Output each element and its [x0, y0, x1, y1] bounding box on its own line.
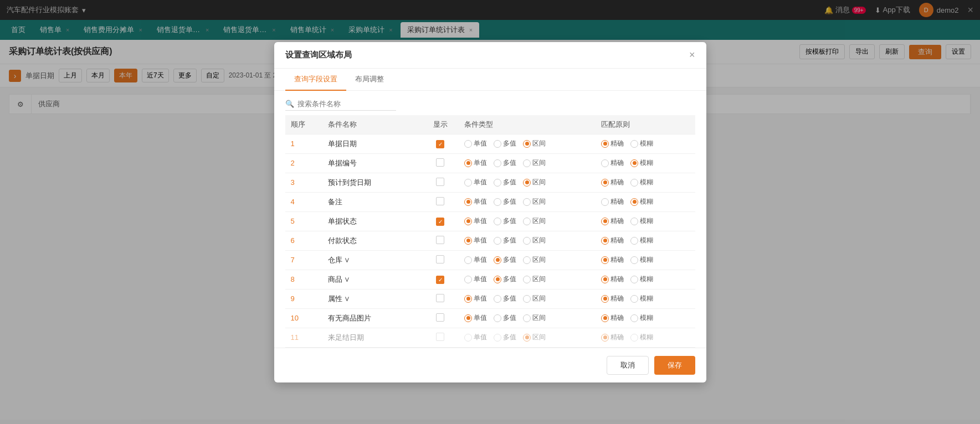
type-radio-单值[interactable]: 单值: [464, 255, 487, 265]
display-checkbox[interactable]: [436, 158, 444, 167]
radio-circle: [523, 237, 531, 245]
row-type: 单值 多值 区间: [459, 250, 596, 270]
type-radio-区间[interactable]: 区间: [523, 294, 546, 303]
row-display[interactable]: [422, 250, 459, 270]
dialog-tab-layout[interactable]: 布局调整: [346, 69, 393, 91]
type-radio-区间[interactable]: 区间: [523, 216, 546, 226]
match-radio-精确[interactable]: 精确: [601, 333, 624, 342]
type-radio-多值[interactable]: 多值: [494, 255, 516, 265]
type-radio-单值[interactable]: 单值: [464, 313, 487, 323]
row-display[interactable]: ✓: [422, 211, 459, 231]
row-display[interactable]: [422, 192, 459, 211]
match-radio-模糊[interactable]: 模糊: [630, 313, 653, 323]
display-checkbox[interactable]: [436, 294, 444, 302]
row-display[interactable]: [422, 328, 459, 347]
row-match: 精确 模糊: [596, 134, 695, 153]
display-checkbox[interactable]: ✓: [436, 218, 444, 226]
type-radio-多值[interactable]: 多值: [494, 216, 516, 226]
row-display[interactable]: [422, 153, 459, 173]
match-radio-精确[interactable]: 精确: [601, 178, 624, 187]
row-seq: 7: [285, 250, 322, 270]
display-checkbox[interactable]: [436, 178, 444, 186]
row-seq: 6: [285, 231, 322, 250]
type-radio-区间[interactable]: 区间: [523, 333, 546, 342]
type-radio-单值[interactable]: 单值: [464, 294, 487, 303]
search-input[interactable]: [297, 100, 396, 108]
match-radio-模糊[interactable]: 模糊: [630, 255, 653, 265]
type-radio-多值[interactable]: 多值: [494, 236, 516, 245]
match-radio-精确[interactable]: 精确: [601, 294, 624, 303]
display-checkbox[interactable]: ✓: [436, 276, 444, 284]
match-radio-精确[interactable]: 精确: [601, 313, 624, 323]
match-radio-精确[interactable]: 精确: [601, 275, 624, 284]
dialog-close-btn[interactable]: ×: [689, 50, 695, 60]
match-radio-模糊[interactable]: 模糊: [630, 216, 653, 226]
type-radio-区间[interactable]: 区间: [523, 236, 546, 245]
match-radio-精确[interactable]: 精确: [601, 139, 624, 148]
dialog-table-wrap: 顺序 条件名称 显示 条件类型 匹配原则 1单据日期✓ 单值 多值: [274, 115, 706, 348]
radio-circle: [601, 276, 609, 283]
radio-circle: [464, 198, 472, 206]
type-radio-区间[interactable]: 区间: [523, 158, 546, 168]
type-radio-区间[interactable]: 区间: [523, 197, 546, 206]
radio-circle: [494, 198, 501, 206]
type-radio-区间[interactable]: 区间: [523, 275, 546, 284]
display-checkbox[interactable]: ✓: [436, 140, 444, 148]
match-radio-模糊[interactable]: 模糊: [630, 197, 653, 206]
row-display[interactable]: ✓: [422, 270, 459, 289]
dialog-table: 顺序 条件名称 显示 条件类型 匹配原则 1单据日期✓ 单值 多值: [285, 115, 695, 348]
type-radio-区间[interactable]: 区间: [523, 313, 546, 323]
type-radio-单值[interactable]: 单值: [464, 178, 487, 187]
type-radio-单值[interactable]: 单值: [464, 158, 487, 168]
match-radio-精确[interactable]: 精确: [601, 216, 624, 226]
row-display[interactable]: [422, 289, 459, 308]
type-radio-单值[interactable]: 单值: [464, 275, 487, 284]
row-name: 预计到货日期: [322, 173, 422, 192]
match-radio-模糊[interactable]: 模糊: [630, 275, 653, 284]
display-checkbox[interactable]: [436, 255, 444, 263]
match-radio-模糊[interactable]: 模糊: [630, 158, 653, 168]
type-radio-单值[interactable]: 单值: [464, 139, 487, 148]
type-radio-单值[interactable]: 单值: [464, 216, 487, 226]
row-display[interactable]: [422, 308, 459, 328]
type-radio-多值[interactable]: 多值: [494, 275, 516, 284]
match-radio-精确[interactable]: 精确: [601, 197, 624, 206]
type-radio-单值[interactable]: 单值: [464, 333, 487, 342]
type-radio-多值[interactable]: 多值: [494, 139, 516, 148]
match-radio-精确[interactable]: 精确: [601, 255, 624, 265]
type-radio-多值[interactable]: 多值: [494, 178, 516, 187]
dialog-tab-field-settings[interactable]: 查询字段设置: [285, 69, 346, 91]
type-radio-多值[interactable]: 多值: [494, 158, 516, 168]
row-name: 有无商品图片: [322, 308, 422, 328]
display-checkbox[interactable]: [436, 333, 444, 341]
display-checkbox[interactable]: [436, 236, 444, 244]
match-radio-模糊[interactable]: 模糊: [630, 236, 653, 245]
type-radio-区间[interactable]: 区间: [523, 178, 546, 187]
match-radio-模糊[interactable]: 模糊: [630, 333, 653, 342]
radio-circle: [630, 198, 638, 206]
radio-circle: [464, 218, 472, 225]
display-checkbox[interactable]: [436, 313, 444, 322]
th-display: 显示: [422, 115, 459, 135]
match-radio-精确[interactable]: 精确: [601, 158, 624, 168]
cancel-btn[interactable]: 取消: [607, 356, 649, 375]
row-display[interactable]: [422, 231, 459, 250]
type-radio-单值[interactable]: 单值: [464, 236, 487, 245]
row-display[interactable]: ✓: [422, 134, 459, 153]
match-radio-精确[interactable]: 精确: [601, 236, 624, 245]
type-radio-多值[interactable]: 多值: [494, 197, 516, 206]
type-radio-单值[interactable]: 单值: [464, 197, 487, 206]
match-radio-模糊[interactable]: 模糊: [630, 294, 653, 303]
table-row: 3预计到货日期 单值 多值 区间 精确 模糊: [285, 173, 695, 192]
row-display[interactable]: [422, 173, 459, 192]
table-row: 11来足结日期 单值 多值 区间 精确 模糊: [285, 328, 695, 347]
save-btn[interactable]: 保存: [654, 356, 695, 375]
type-radio-多值[interactable]: 多值: [494, 313, 516, 323]
match-radio-模糊[interactable]: 模糊: [630, 139, 653, 148]
type-radio-区间[interactable]: 区间: [523, 139, 546, 148]
type-radio-多值[interactable]: 多值: [494, 294, 516, 303]
display-checkbox[interactable]: [436, 197, 444, 205]
match-radio-模糊[interactable]: 模糊: [630, 178, 653, 187]
type-radio-多值[interactable]: 多值: [494, 333, 516, 342]
type-radio-区间[interactable]: 区间: [523, 255, 546, 265]
